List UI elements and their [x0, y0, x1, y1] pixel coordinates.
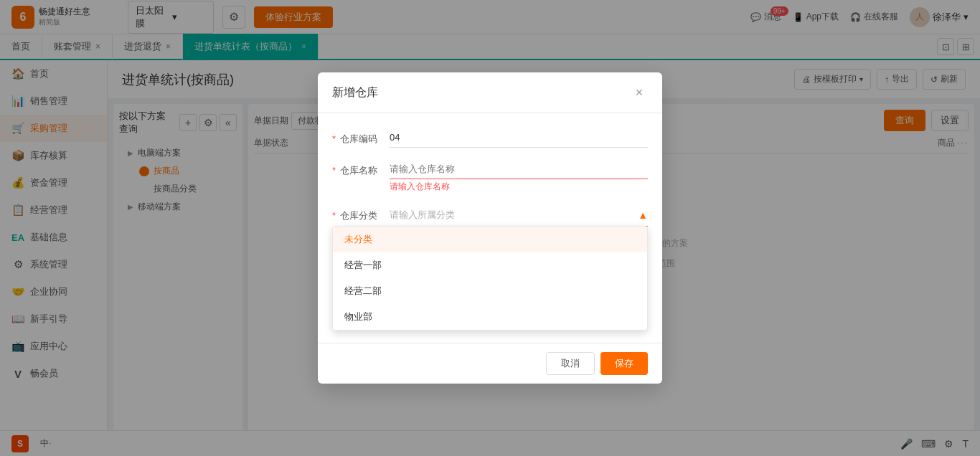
dropdown-option-dept3[interactable]: 物业部: [333, 304, 647, 330]
dialog-body: * 仓库编码 * 仓库名称 请输入仓库名称: [318, 113, 662, 343]
dialog-title: 新增仓库: [332, 85, 378, 100]
code-field-control: [390, 128, 648, 148]
code-required-mark: *: [332, 133, 336, 144]
category-required-mark: *: [332, 210, 336, 221]
save-button[interactable]: 保存: [600, 352, 648, 375]
category-chevron-icon: ▲: [638, 209, 648, 221]
close-icon: ×: [636, 85, 644, 100]
name-field-row: * 仓库名称 请输入仓库名称: [332, 159, 648, 193]
category-field-control: 请输入所属分类 ▲ 未分类 经营一部 经营二部 物业部: [390, 204, 648, 227]
add-warehouse-dialog: 新增仓库 × * 仓库编码 * 仓库名称: [318, 72, 662, 384]
code-label: * 仓库编码: [332, 128, 390, 146]
code-input[interactable]: [390, 128, 648, 148]
name-required-mark: *: [332, 165, 336, 176]
name-field-control: 请输入仓库名称: [390, 159, 648, 193]
name-input[interactable]: [390, 159, 648, 179]
category-field-row: * 仓库分类 请输入所属分类 ▲ 未分类 经营一部 经营二部 物业部: [332, 204, 648, 227]
category-placeholder: 请输入所属分类: [390, 209, 455, 222]
name-label: * 仓库名称: [332, 159, 390, 177]
category-dropdown-list: 未分类 经营一部 经营二部 物业部: [332, 226, 648, 331]
dropdown-option-dept1[interactable]: 经营一部: [333, 252, 647, 278]
dialog-footer: 取消 保存: [318, 343, 662, 384]
dialog-header: 新增仓库 ×: [318, 72, 662, 113]
cancel-button[interactable]: 取消: [546, 352, 595, 375]
category-dropdown[interactable]: 请输入所属分类 ▲: [390, 204, 648, 227]
dialog-close-button[interactable]: ×: [631, 84, 648, 101]
code-field-row: * 仓库编码: [332, 128, 648, 148]
name-error-message: 请输入仓库名称: [390, 181, 648, 193]
category-label: * 仓库分类: [332, 204, 390, 222]
dropdown-option-unclassified[interactable]: 未分类: [333, 227, 647, 252]
dropdown-option-dept2[interactable]: 经营二部: [333, 278, 647, 304]
modal-overlay: 新增仓库 × * 仓库编码 * 仓库名称: [0, 0, 980, 456]
